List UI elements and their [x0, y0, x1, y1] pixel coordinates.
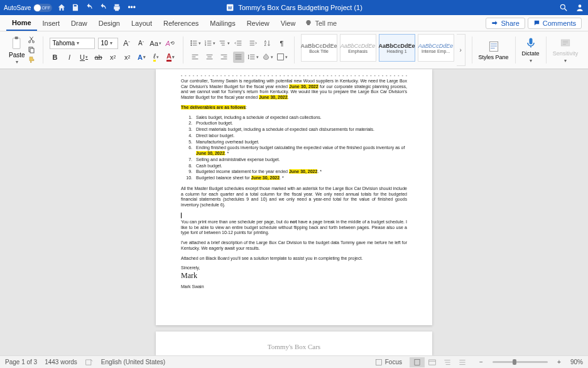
strikethrough-button[interactable]: ab — [93, 52, 104, 63]
web-layout-view[interactable] — [425, 357, 440, 367]
tab-home[interactable]: Home — [6, 15, 37, 31]
tab-draw[interactable]: Draw — [65, 15, 93, 31]
svg-point-13 — [190, 45, 192, 46]
grow-font-button[interactable]: Aˆ — [121, 38, 133, 49]
highlight-color-button[interactable]: ℓ▾ — [151, 52, 162, 63]
dictate-button[interactable]: Dictate ▾ — [518, 34, 543, 66]
focus-mode-button[interactable]: Focus — [374, 358, 402, 367]
share-button[interactable]: Share — [486, 18, 525, 29]
styles-pane-button[interactable]: Styles Pane — [475, 34, 513, 66]
tab-review[interactable]: Review — [241, 15, 275, 31]
zoom-out-button[interactable]: − — [477, 359, 485, 365]
justify-button[interactable] — [233, 52, 244, 63]
align-right-button[interactable] — [219, 52, 230, 63]
svg-rect-6 — [14, 36, 18, 39]
sort-button[interactable]: AZ — [262, 38, 273, 49]
page-1[interactable]: - - - - - - - - - - - - - - - - - - - - … — [156, 69, 432, 325]
spellcheck-status[interactable] — [85, 358, 94, 367]
styles-group: AaBbCcDdEeBook Title AaBbCcDdEeEmphasis … — [297, 34, 469, 66]
print-layout-view[interactable] — [410, 357, 425, 367]
shrink-font-button[interactable]: Aˇ — [136, 38, 147, 49]
superscript-button[interactable]: x2 — [122, 52, 133, 63]
styles-pane-label: Styles Pane — [479, 54, 509, 60]
chevron-down-icon[interactable]: ▾ — [16, 59, 18, 65]
borders-button[interactable]: ▾ — [276, 52, 288, 63]
align-center-button[interactable] — [204, 52, 215, 63]
show-marks-button[interactable]: ¶ — [276, 38, 288, 49]
copy-icon[interactable] — [28, 46, 35, 53]
deliverable-item: Direct labor budget. — [193, 133, 407, 139]
sensitivity-button: Sensitivity ▾ — [549, 34, 582, 66]
redo-icon[interactable] — [99, 3, 107, 12]
bold-button[interactable]: B — [50, 52, 61, 63]
font-color-button[interactable]: A▾ — [165, 52, 177, 63]
paragraph-intro: Our controller, Tommy Swain is negotiati… — [181, 79, 407, 101]
outline-view[interactable] — [440, 357, 455, 367]
page-2[interactable]: Tommy's Box Cars — [156, 332, 432, 355]
shading-button[interactable]: ▾ — [262, 52, 273, 63]
language-status[interactable]: English (United States) — [101, 359, 165, 365]
multilevel-list-button[interactable]: ▾ — [219, 38, 230, 49]
tab-mailings[interactable]: Mailings — [204, 15, 241, 31]
print-icon[interactable] — [112, 3, 121, 12]
autosave-state[interactable]: OFF — [33, 4, 52, 12]
comments-button[interactable]: Comments — [528, 18, 582, 29]
change-case-button[interactable]: Aa▾ — [150, 38, 161, 49]
numbering-button[interactable]: 123▾ — [204, 38, 215, 49]
tab-design[interactable]: Design — [93, 15, 126, 31]
deliverable-item: Budgeted balance sheet for June 30, 2022… — [193, 176, 407, 181]
font-size-select[interactable]: 10▾ — [98, 38, 118, 49]
zoom-in-button[interactable]: + — [555, 359, 563, 365]
paste-button[interactable]: Paste ▾ — [9, 36, 25, 65]
decrease-indent-button[interactable] — [233, 38, 244, 49]
font-family-select[interactable]: Tahoma▾ — [50, 38, 95, 49]
document-canvas[interactable]: - - - - - - - - - - - - - - - - - - - - … — [0, 69, 588, 355]
autosave-toggle[interactable]: AutoSave OFF — [4, 4, 52, 12]
closing: Sincerely, — [181, 265, 407, 271]
style-intense-emphasis[interactable]: AaBbCcDdEeIntense Emp... — [418, 34, 454, 62]
tab-insert[interactable]: Insert — [37, 15, 66, 31]
tab-layout[interactable]: Layout — [126, 15, 158, 31]
underline-button[interactable]: U▾ — [79, 52, 90, 63]
search-icon[interactable] — [559, 3, 568, 12]
signature: Mark — [181, 271, 407, 281]
tab-view[interactable]: View — [275, 15, 302, 31]
spellcheck-icon — [85, 358, 94, 367]
clear-formatting-button[interactable]: A⟲ — [165, 38, 176, 49]
zoom-slider[interactable] — [493, 361, 548, 363]
svg-rect-20 — [489, 42, 498, 51]
line-spacing-button[interactable]: ▾ — [248, 52, 259, 63]
save-icon[interactable] — [71, 3, 80, 12]
share-person-icon[interactable] — [575, 3, 584, 12]
zoom-percent[interactable]: 90% — [570, 359, 583, 365]
font-size-value: 10 — [101, 40, 108, 47]
more-icon[interactable]: ••• — [126, 3, 137, 12]
styles-more-button[interactable]: › — [457, 34, 466, 66]
style-book-title[interactable]: AaBbCcDdEeBook Title — [301, 34, 337, 62]
text-effects-button[interactable]: A▾ — [136, 52, 148, 63]
draft-view[interactable] — [455, 357, 470, 367]
tab-references[interactable]: References — [158, 15, 204, 31]
share-label: Share — [501, 20, 519, 27]
ribbon-tabs: Home Insert Draw Design Layout Reference… — [0, 15, 588, 31]
page-count[interactable]: Page 1 of 3 — [5, 359, 37, 365]
tell-me-search[interactable]: Tell me — [301, 20, 340, 27]
style-emphasis[interactable]: AaBbCcDdEeEmphasis — [340, 34, 376, 62]
zoom-slider-thumb[interactable] — [513, 359, 516, 365]
word-count[interactable]: 1443 words — [45, 359, 77, 365]
home-icon[interactable] — [57, 3, 66, 12]
chevron-down-icon[interactable]: ▾ — [530, 58, 532, 64]
italic-button[interactable]: I — [64, 52, 75, 63]
align-left-button[interactable] — [190, 52, 201, 63]
undo-icon[interactable] — [85, 3, 94, 12]
style-heading-1[interactable]: AaBbCcDdEeHeading 1 — [379, 34, 415, 62]
format-painter-icon[interactable] — [28, 56, 35, 64]
subscript-button[interactable]: x2 — [107, 52, 119, 63]
paragraph-attach: I've attached a brief description of the… — [181, 240, 407, 252]
bullets-button[interactable]: ▾ — [190, 38, 201, 49]
deliverable-item: Direct materials budget, including a sch… — [193, 127, 407, 133]
svg-rect-26 — [429, 359, 436, 364]
cut-icon[interactable] — [28, 36, 35, 43]
increase-indent-button[interactable] — [248, 38, 259, 49]
svg-rect-25 — [415, 359, 420, 365]
